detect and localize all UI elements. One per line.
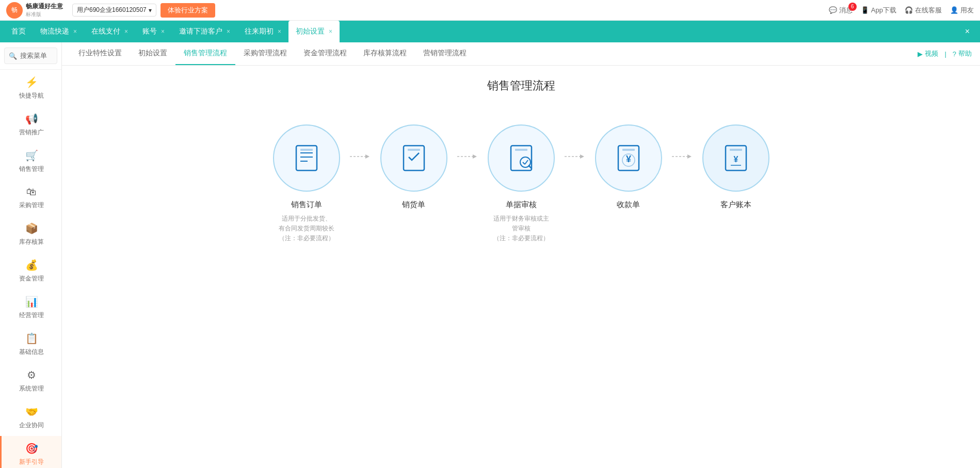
page-content: 销售管理流程 销售订单 适用于分批发货、有合同 <box>62 66 980 468</box>
tab-invite[interactable]: 邀请下游客户 × <box>172 21 237 42</box>
close-icon[interactable]: × <box>278 28 281 35</box>
sidebar-item-enterprise[interactable]: 🤝 企业协同 <box>0 399 61 436</box>
ledger-icon: ¥ <box>720 143 751 174</box>
flow-item-audit: 单据审核 适用于财务审核或主管审核（注：非必要流程） <box>480 124 563 244</box>
flow-circle-sales-order[interactable] <box>273 124 340 192</box>
tab-account[interactable]: 账号 × <box>135 21 172 42</box>
svg-marker-6 <box>365 154 369 159</box>
sidebar-item-inventory[interactable]: 📦 库存核算 <box>0 216 61 253</box>
logo-icon: 畅 <box>6 2 23 19</box>
sub-tab-inventory-flow[interactable]: 库存核算流程 <box>355 42 415 65</box>
sub-tab-sales-flow[interactable]: 销售管理流程 <box>175 42 235 65</box>
purchase-icon: 🛍 <box>26 186 37 198</box>
sub-tab-marketing-flow[interactable]: 营销管理流程 <box>415 42 475 65</box>
tab-initial-setup[interactable]: 初始设置 × <box>288 21 340 42</box>
receipt-icon: ¥ <box>613 143 644 174</box>
sub-tab-initial[interactable]: 初始设置 <box>130 42 175 65</box>
sidebar-item-sales[interactable]: 🛒 销售管理 <box>0 143 61 180</box>
guide-icon: 🎯 <box>25 442 38 455</box>
trial-button[interactable]: 体验行业方案 <box>160 3 215 18</box>
play-icon: ▶ <box>918 50 923 58</box>
flow-label-receipt: 收款单 <box>617 200 640 210</box>
sidebar-item-operations[interactable]: 📊 经营管理 <box>0 289 61 326</box>
online-service-button[interactable]: 🎧 在线客服 <box>905 6 942 15</box>
tab-home[interactable]: 首页 <box>4 21 33 42</box>
top-bar: 畅 畅康通好生意 标准版 用户690企业1660120507 ▾ 体验行业方案 … <box>0 0 980 21</box>
flow-arrow-1 <box>350 124 371 162</box>
sidebar-item-finance[interactable]: 💰 资金管理 <box>0 253 61 289</box>
flow-circle-receipt[interactable]: ¥ <box>595 124 662 192</box>
sidebar-item-marketing[interactable]: 📢 营销推广 <box>0 106 61 143</box>
help-icon: ? <box>953 50 956 58</box>
svg-rect-26 <box>730 149 742 151</box>
sub-tab-industry[interactable]: 行业特性设置 <box>70 42 130 65</box>
operations-icon: 📊 <box>25 295 38 308</box>
flow-circle-audit[interactable] <box>488 124 555 192</box>
flow-desc-sales-order: 适用于分批发货、有合同发货周期较长（注：非必要流程） <box>279 214 334 244</box>
sidebar-item-guide[interactable]: 🎯 新手引导 <box>0 436 61 468</box>
close-icon[interactable]: × <box>73 28 77 35</box>
tab-payment[interactable]: 在线支付 × <box>84 21 135 42</box>
flow-circle-ledger[interactable]: ¥ <box>702 124 769 192</box>
message-icon: 💬 <box>829 6 837 14</box>
user-button[interactable]: 👤 用友 <box>950 6 974 15</box>
user-avatar-icon: 👤 <box>950 6 958 14</box>
svg-rect-8 <box>408 149 420 151</box>
delivery-icon <box>398 143 429 174</box>
svg-rect-12 <box>515 149 527 151</box>
top-bar-right: 💬 消息 6 📱 App下载 🎧 在线客服 👤 用友 <box>829 6 974 15</box>
sidebar: 🔍 搜索菜单 ⚡ 快捷导航 📢 营销推广 🛒 销售管理 🛍 采购管理 📦 库存核… <box>0 42 62 468</box>
inventory-icon: 📦 <box>25 222 38 235</box>
arrow-icon <box>457 151 478 162</box>
top-bar-left: 畅 畅康通好生意 标准版 用户690企业1660120507 ▾ 体验行业方案 <box>6 2 215 19</box>
headset-icon: 🎧 <box>905 6 913 14</box>
flow-item-ledger: ¥ 客户账本 <box>695 124 777 214</box>
flow-label-ledger: 客户账本 <box>720 200 751 210</box>
sidebar-item-quick-nav[interactable]: ⚡ 快捷导航 <box>0 70 61 106</box>
flow-arrow-4 <box>672 124 693 162</box>
flow-item-receipt: ¥ 收款单 <box>587 124 670 214</box>
video-button[interactable]: ▶ 视频 <box>918 49 938 58</box>
message-badge: 6 <box>848 3 857 11</box>
tab-logistics[interactable]: 物流快递 × <box>33 21 84 42</box>
sidebar-item-basic-info[interactable]: 📋 基础信息 <box>0 326 61 363</box>
flow-label-delivery: 销货单 <box>402 200 425 210</box>
help-button[interactable]: ? 帮助 <box>953 49 972 58</box>
svg-rect-20 <box>622 149 635 151</box>
sidebar-item-system[interactable]: ⚙ 系统管理 <box>0 363 61 399</box>
enterprise-icon: 🤝 <box>25 405 38 418</box>
window-close-button[interactable]: × <box>959 27 976 36</box>
flow-item-sales-order: 销售订单 适用于分批发货、有合同发货周期较长（注：非必要流程） <box>265 124 348 244</box>
message-button[interactable]: 💬 消息 6 <box>829 6 853 15</box>
close-icon[interactable]: × <box>329 28 332 35</box>
sub-tab-finance-flow[interactable]: 资金管理流程 <box>295 42 355 65</box>
main-layout: 🔍 搜索菜单 ⚡ 快捷导航 📢 营销推广 🛒 销售管理 🛍 采购管理 📦 库存核… <box>0 42 980 468</box>
quick-nav-icon: ⚡ <box>25 76 38 88</box>
finance-icon: 💰 <box>25 259 38 271</box>
svg-marker-10 <box>473 154 477 159</box>
flow-label-sales-order: 销售订单 <box>291 200 322 210</box>
sales-order-icon <box>291 143 322 174</box>
chevron-down-icon: ▾ <box>149 7 152 14</box>
sub-tab-purchase-flow[interactable]: 采购管理流程 <box>235 42 295 65</box>
app-download-button[interactable]: 📱 App下载 <box>861 6 896 15</box>
sales-icon: 🛒 <box>25 149 38 162</box>
svg-marker-18 <box>580 154 584 159</box>
tab-period[interactable]: 往来期初 × <box>237 21 288 42</box>
user-select[interactable]: 用户690企业1660120507 ▾ <box>72 4 156 17</box>
close-icon[interactable]: × <box>161 28 165 35</box>
search-button[interactable]: 🔍 搜索菜单 <box>4 48 57 64</box>
flow-desc-audit: 适用于财务审核或主管审核（注：非必要流程） <box>493 214 549 244</box>
page-title: 销售管理流程 <box>487 78 555 93</box>
sidebar-item-purchase[interactable]: 🛍 采购管理 <box>0 180 61 216</box>
close-icon[interactable]: × <box>124 28 128 35</box>
svg-rect-4 <box>300 149 313 151</box>
marketing-icon: 📢 <box>25 113 38 125</box>
logo-area: 畅 畅康通好生意 标准版 <box>6 2 68 19</box>
svg-text:¥: ¥ <box>733 155 738 164</box>
arrow-icon <box>565 151 585 162</box>
arrow-icon <box>350 151 371 162</box>
phone-icon: 📱 <box>861 6 869 14</box>
flow-circle-delivery[interactable] <box>380 124 447 192</box>
close-icon[interactable]: × <box>227 28 230 35</box>
